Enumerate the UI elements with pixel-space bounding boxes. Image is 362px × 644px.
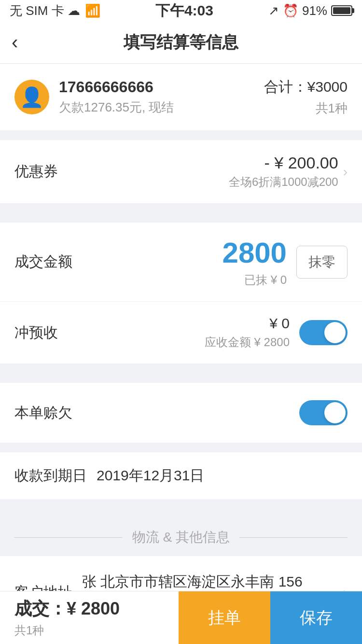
customer-total: 合计：¥3000 bbox=[264, 77, 348, 97]
customer-count: 共1种 bbox=[264, 100, 348, 117]
prepay-amount: ¥ 0 bbox=[205, 315, 290, 332]
bottom-bar: 成交：¥ 2800 共1种 挂单 保存 bbox=[0, 591, 362, 644]
debt-toggle[interactable] bbox=[299, 400, 348, 425]
page-title: 填写结算等信息 bbox=[124, 31, 238, 54]
prepay-toggle[interactable] bbox=[299, 320, 348, 345]
amount-right: 2800 已抹 ¥ 0 抹零 bbox=[223, 236, 348, 288]
due-date-row: 收款到期日 2019年12月31日 bbox=[0, 452, 362, 499]
toggle-knob bbox=[324, 322, 346, 343]
back-button[interactable]: ‹ bbox=[12, 31, 18, 53]
customer-right: 合计：¥3000 共1种 bbox=[264, 77, 348, 117]
sim-text: 无 SIM 卡 ☁ bbox=[10, 2, 80, 19]
transaction-amount: 2800 bbox=[223, 236, 287, 269]
status-right: ↗ ⏰ 91% bbox=[268, 3, 352, 18]
deal-amount-value: ¥ 2800 bbox=[67, 599, 120, 618]
logistics-label: 物流 & 其他信息 bbox=[132, 528, 230, 546]
wifi-icon: 📶 bbox=[85, 3, 100, 18]
coupon-label: 优惠券 bbox=[14, 162, 58, 182]
round-button[interactable]: 抹零 bbox=[296, 246, 348, 279]
amount-label: 成交金额 bbox=[14, 252, 72, 272]
hang-button[interactable]: 挂单 bbox=[179, 591, 270, 644]
logistics-line-left bbox=[14, 537, 123, 538]
logistics-line-right bbox=[239, 537, 348, 538]
amount-row: 成交金额 2800 已抹 ¥ 0 抹零 bbox=[0, 223, 362, 301]
deal-prefix: 成交： bbox=[14, 599, 67, 618]
coupon-amount: - ¥ 200.00 bbox=[229, 154, 338, 172]
alarm-icon: ⏰ bbox=[283, 3, 298, 18]
debt-label: 本单赊欠 bbox=[14, 403, 72, 423]
logistics-divider: 物流 & 其他信息 bbox=[0, 518, 362, 556]
battery-percent: 91% bbox=[302, 3, 327, 18]
customer-phone: 17666666666 bbox=[59, 78, 174, 96]
coupon-arrow-icon: › bbox=[343, 164, 348, 180]
prepay-row: 冲预收 ¥ 0 应收金额 ¥ 2800 bbox=[0, 301, 362, 364]
debt-row: 本单赊欠 bbox=[0, 383, 362, 443]
coupon-desc: 全场6折满1000减200 bbox=[229, 174, 338, 190]
section-divider-1 bbox=[0, 213, 362, 223]
status-left: 无 SIM 卡 ☁ 📶 bbox=[10, 2, 100, 19]
section-divider-3 bbox=[0, 509, 362, 518]
prepay-label: 冲预收 bbox=[14, 323, 58, 343]
battery-fill bbox=[333, 7, 350, 14]
status-time: 下午4:03 bbox=[155, 1, 213, 21]
prepay-right: ¥ 0 应收金额 ¥ 2800 bbox=[205, 315, 348, 350]
battery-icon bbox=[331, 5, 352, 16]
section-divider-2 bbox=[0, 373, 362, 383]
bottom-count: 共1种 bbox=[14, 623, 164, 638]
coupon-row[interactable]: 优惠券 - ¥ 200.00 全场6折满1000减200 › bbox=[0, 140, 362, 203]
avatar: 👤 bbox=[14, 80, 49, 114]
due-date-value: 2019年12月31日 bbox=[97, 466, 204, 486]
status-bar: 无 SIM 卡 ☁ 📶 下午4:03 ↗ ⏰ 91% bbox=[0, 0, 362, 21]
customer-row: 👤 17666666666 欠款1276.35元, 现结 合计：¥3000 共1… bbox=[0, 64, 362, 130]
location-icon: ↗ bbox=[268, 3, 279, 18]
avatar-icon: 👤 bbox=[20, 86, 44, 109]
nav-bar: ‹ 填写结算等信息 bbox=[0, 21, 362, 64]
bottom-deal-amount: 成交：¥ 2800 bbox=[14, 597, 164, 621]
save-button[interactable]: 保存 bbox=[270, 591, 362, 644]
customer-debt: 欠款1276.35元, 现结 bbox=[59, 99, 174, 116]
coupon-right-text: - ¥ 200.00 全场6折满1000减200 bbox=[229, 154, 338, 190]
customer-info: 17666666666 欠款1276.35元, 现结 bbox=[59, 78, 174, 116]
transaction-section: 成交金额 2800 已抹 ¥ 0 抹零 冲预收 ¥ 0 应收金额 ¥ 2800 bbox=[0, 223, 362, 364]
coupon-right: - ¥ 200.00 全场6折满1000减200 › bbox=[229, 154, 348, 190]
debt-toggle-knob bbox=[324, 402, 346, 423]
bottom-summary: 成交：¥ 2800 共1种 bbox=[0, 597, 179, 638]
content-area: 👤 17666666666 欠款1276.35元, 现结 合计：¥3000 共1… bbox=[0, 64, 362, 644]
amount-value-wrap: 2800 已抹 ¥ 0 bbox=[223, 236, 287, 288]
prepay-receivable: 应收金额 ¥ 2800 bbox=[205, 335, 290, 350]
already-round-text: 已抹 ¥ 0 bbox=[223, 272, 287, 288]
due-date-label: 收款到期日 bbox=[14, 466, 87, 486]
customer-left: 👤 17666666666 欠款1276.35元, 现结 bbox=[14, 78, 174, 116]
prepay-value-wrap: ¥ 0 应收金额 ¥ 2800 bbox=[205, 315, 290, 350]
